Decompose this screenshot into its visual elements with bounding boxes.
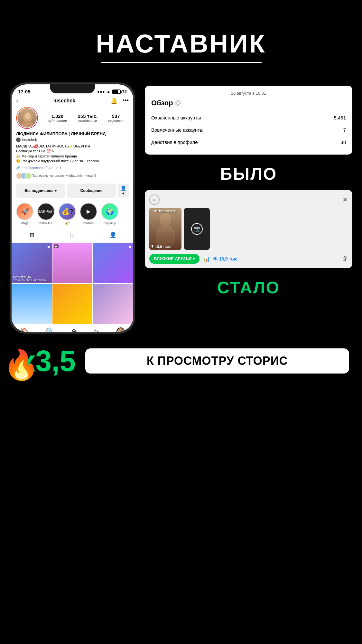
follow-button[interactable]: Вы подписаны ▾ [16,184,65,198]
camera-icon: 📷 [191,223,203,235]
stat-value-reached: 5,461 [334,115,346,120]
stats-card-title-text: Обзор [151,99,173,107]
stat-label-actions: Действия в профиле [151,139,198,145]
phone-mockup: 17:05 ●●● ▲ 72 ‹ lusechek 🔔 ••• [10,82,135,334]
grid-item-1[interactable]: СУТЬ ТРЕНДАОСТАВИТЬ СВОЙ ИНСТАГРАМ... ▶ [12,243,52,283]
highlight-europa[interactable]: 🌍 Европа р [101,203,118,225]
more-icon[interactable]: ••• [123,97,129,104]
cta-box: К ПРОСМОТРУ СТОРИС [85,348,349,374]
stat-label-reached: Охваченные аккаунты [151,115,201,120]
photo-grid: СУТЬ ТРЕНДАОСТАВИТЬ СВОЙ ИНСТАГРАМ... ▶ … [12,243,133,324]
status-time: 17:05 [18,89,30,94]
followers-label: подписчики [78,119,98,123]
svg-point-1 [21,121,34,128]
eye-icon: 👁 [213,256,218,261]
bio-line2: Распакую тебя на 💯% [16,149,129,154]
stat-value-engaged: 7 [343,127,346,133]
nav-home-icon[interactable]: 🏠 [20,327,29,332]
following-count: 537 [108,113,124,119]
tab-grid[interactable]: ⊞ [12,228,52,242]
chart-icon[interactable]: 📊 [203,255,210,262]
posts-count: 1.020 [48,113,67,119]
highlight-emoji[interactable]: 💰? 💰? [59,203,76,225]
tab-tagged[interactable]: 👤 [93,228,133,242]
mutual-avatar-3 [25,173,32,179]
story-thumb-count: 👁 18,9 тыс. [151,245,171,249]
handle-badge-icon [16,137,21,142]
page-title: НАСТАВНИК [0,0,362,62]
message-button[interactable]: Сообщение [67,184,116,198]
reel-badge: ▶ [54,244,59,248]
stat-row-reached: Охваченные аккаунты 5,461 [151,112,346,124]
bio-line1: МАСШТАБ💋ЭКСТАТИЧНОСТЬ⚡ЭНЕРГИЯ [16,144,129,149]
nav-profile-avatar[interactable] [116,327,125,332]
title-underline [101,62,262,63]
highlight-closed[interactable]: ЗАКРЫТ ЗАКРЫТЫ... [37,203,55,225]
grid-item-6[interactable] [93,284,133,324]
ig-username: lusechek [53,98,75,104]
story-card: ○ ✕ ПРИВЕТ, ДОРОГИЕ! 👁 18,9 тыс. [145,190,352,268]
grid-item-5[interactable] [52,284,93,324]
stat-row-engaged: Вовлеченные аккаунты 7 [151,124,346,136]
close-friends-button[interactable]: БЛИЗКИЕ ДРУЗЬЯ ▾ [149,254,200,264]
play-icon-3: ▶ [129,244,132,249]
trash-icon[interactable]: 🗑 [342,255,348,262]
tab-reels[interactable]: ▷ [52,228,93,242]
story-circle-icon: ○ [149,194,160,205]
avatar[interactable] [16,107,38,129]
back-icon[interactable]: ‹ [16,97,18,104]
stalo-label: СТАЛО [145,278,352,297]
wifi-icon: ▲ [107,89,111,94]
grid-item-2[interactable]: ▶ [52,243,93,283]
nav-search-icon[interactable]: 🔍 [46,327,54,332]
mutual-text: Подписаны yunusssov, vlada.torkler и ещё… [32,174,96,177]
play-icon-1: ▶ [48,244,51,249]
bio-link[interactable]: 🔗 t.me/lusechekLF и ещё 1 [16,166,129,170]
fire-emoji: 🔥 [3,348,39,382]
story-thumbnail: ПРИВЕТ, ДОРОГИЕ! 👁 18,9 тыс. [149,208,181,250]
story-thumb-camera[interactable]: 📷 [184,208,210,250]
nav-reels-icon[interactable]: ▷ [94,327,99,332]
bio-line3: 🙌 Ментор и стратег личного бренда [16,154,129,159]
stat-value-actions: 38 [340,139,346,145]
grid-item-3[interactable]: ▶ [93,243,133,283]
highlight-lb[interactable]: 🚀 ЛБ🚀 [16,203,33,225]
battery-pct: 72 [122,89,127,94]
story-close-button[interactable]: ✕ [342,196,348,204]
posts-label: публикации [48,119,67,123]
svg-point-2 [25,113,30,119]
stats-card-date: 10 августа в 18:31 [151,91,346,96]
followers-count: 255 тыс. [78,113,98,119]
grid-item-4[interactable] [12,284,52,324]
nav-add-icon[interactable]: ⊕ [71,327,77,332]
info-icon[interactable]: ⓘ [175,100,181,106]
signal-icon: ●●● [97,89,105,94]
bylo-label: БЫЛО [145,164,352,184]
handle-text: lusechek [22,137,37,142]
highlight-youtube[interactable]: ▶ YouTube [80,203,97,225]
bio-line4: 😊 Раскрываю внутренний потенциал за 1 се… [16,159,129,164]
story-views: 👁 18,9 тыс. [213,256,239,261]
stat-label-engaged: Вовлеченные аккаунты [151,127,203,133]
add-person-button[interactable]: 👤+ [118,184,129,198]
stats-card: 10 августа в 18:31 Обзор ⓘ Охваченные ак… [145,86,352,155]
following-label: подписки [108,119,124,123]
bell-icon[interactable]: 🔔 [110,97,117,104]
profile-name: ЛЮДМИЛА ФИЛИППОВА | ЛИЧНЫЙ БРЕНД [16,131,129,136]
stat-row-actions: Действия в профиле 38 [151,136,346,148]
